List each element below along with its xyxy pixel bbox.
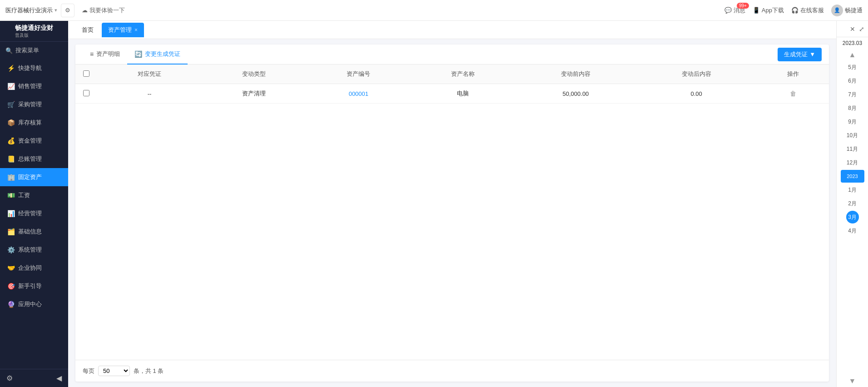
month-6[interactable]: 6月 [841, 74, 864, 87]
scroll-down-arrow[interactable]: ▼ [837, 375, 868, 387]
month-5[interactable]: 5月 [841, 61, 864, 74]
sub-tabs: ≡ 资产明细 🔄 变更生成凭证 生成凭证 ▼ [75, 45, 829, 64]
nav-label: 快捷导航 [18, 64, 42, 72]
month-2023-4[interactable]: 4月 [841, 224, 864, 237]
pagination: 每页 10 20 50 100 条，共 1 条 [75, 360, 829, 382]
company-selector[interactable]: 医疗器械行业演示 ▾ [5, 6, 57, 15]
cooperation-icon: 🤝 [7, 264, 15, 272]
month-12[interactable]: 12月 [841, 156, 864, 169]
sidebar-item-operations[interactable]: 📊 经营管理 [0, 204, 68, 223]
sidebar-item-inventory[interactable]: 📦 库存核算 [0, 114, 68, 132]
table-wrap: 对应凭证 变动类型 资产编号 资产名称 [75, 64, 829, 360]
tab-asset-management[interactable]: 资产管理 × [102, 23, 144, 37]
nav-label: 固定资产 [18, 173, 42, 181]
sales-icon: 📈 [7, 83, 15, 90]
month-list: 5月 6月 7月 8月 9月 10月 11月 12月 2023 1月 2月 3月… [837, 61, 868, 375]
month-9[interactable]: 9月 [841, 115, 864, 128]
user-avatar[interactable]: 👤 畅捷通 [831, 5, 863, 16]
cloud-icon: ☁ [82, 7, 88, 14]
tab-close-button[interactable]: × [134, 27, 138, 33]
nav-label: 企业协同 [18, 264, 42, 272]
customer-service-button[interactable]: 🎧 在线客服 [791, 6, 824, 15]
search-icon: 🔍 [5, 47, 13, 54]
nav-label: 新手引导 [18, 282, 42, 290]
generate-btn-arrow: ▼ [809, 51, 815, 58]
nav-label: 资金管理 [18, 137, 42, 145]
footer-settings-button[interactable]: ⚙ [6, 374, 13, 382]
sidebar-item-payroll[interactable]: 💵 工资 [0, 186, 68, 204]
sidebar-item-system[interactable]: ⚙️ 系统管理 [0, 241, 68, 259]
scroll-up-arrow[interactable]: ▲ [837, 49, 868, 61]
sub-tab1-label: 资产明细 [96, 50, 120, 58]
table-row: -- 资产清理 000001 电脑 50,000.00 0.00 🗑 [75, 84, 829, 104]
data-table: 对应凭证 变动类型 资产编号 资产名称 [75, 64, 829, 104]
close-panel-button[interactable]: ✕ [850, 25, 855, 33]
sidebar-footer: ⚙ ◀ [0, 369, 68, 387]
month-10[interactable]: 10月 [841, 129, 864, 142]
sidebar-item-cooperation[interactable]: 🤝 企业协同 [0, 259, 68, 277]
nav-label: 销售管理 [18, 82, 42, 90]
month-11[interactable]: 11月 [841, 143, 864, 155]
generate-voucher-button[interactable]: 生成凭证 ▼ [778, 48, 822, 61]
sidebar-item-purchase[interactable]: 🛒 采购管理 [0, 95, 68, 114]
sidebar-item-base-info[interactable]: 🗂️ 基础信息 [0, 223, 68, 241]
avatar-icon: 👤 [831, 5, 843, 16]
nav-label: 系统管理 [18, 246, 42, 254]
quick-nav-icon: ⚡ [7, 64, 15, 72]
app-download-button[interactable]: 📱 App下载 [753, 6, 784, 15]
th-change-type: 变动类型 [202, 64, 306, 84]
month-8[interactable]: 8月 [841, 102, 864, 114]
download-icon: 📱 [753, 7, 760, 14]
main-card: ≡ 资产明细 🔄 变更生成凭证 生成凭证 ▼ [75, 45, 829, 382]
month-2023-3[interactable]: 3月 [846, 211, 859, 223]
sidebar-search[interactable]: 🔍 搜索菜单 [0, 42, 68, 59]
ledger-icon: 📒 [7, 155, 15, 163]
sidebar-item-quick-nav[interactable]: ⚡ 快捷导航 [0, 59, 68, 77]
home-tab-label: 首页 [82, 26, 94, 34]
sub-tab-generate-voucher[interactable]: 🔄 变更生成凭证 [127, 45, 188, 64]
row-checkbox[interactable] [83, 90, 89, 96]
experience-label: 我要体验一下 [89, 6, 125, 15]
sidebar-item-app-center[interactable]: 🔮 应用中心 [0, 295, 68, 313]
tab-home[interactable]: 首页 [75, 23, 100, 37]
delete-button[interactable]: 🗑 [790, 90, 796, 97]
nav-label: 总账管理 [18, 155, 42, 163]
sidebar-item-fixed-assets[interactable]: 🏢 固定资产 [0, 168, 68, 186]
messages-button[interactable]: 💬 消息 99+ [724, 6, 745, 15]
th-asset-name: 资产名称 [411, 64, 515, 84]
sidebar-item-sales[interactable]: 📈 销售管理 [0, 77, 68, 95]
select-all-checkbox[interactable] [83, 70, 89, 77]
expand-panel-button[interactable]: ⤢ [859, 25, 864, 33]
right-panel: ✕ ⤢ 2023.03 ▲ 5月 6月 7月 8月 9月 10月 11月 12月… [836, 21, 868, 387]
experience-button[interactable]: ☁ 我要体验一下 [82, 6, 125, 15]
th-voucher: 对应凭证 [97, 64, 202, 84]
month-2023-2[interactable]: 2月 [841, 197, 864, 210]
right-panel-header: ✕ ⤢ [837, 21, 868, 37]
sidebar-item-guide[interactable]: 🎯 新手引导 [0, 277, 68, 295]
footer-collapse-button[interactable]: ◀ [56, 374, 62, 382]
change-icon: 🔄 [134, 50, 142, 58]
nav-label: 基础信息 [18, 228, 42, 236]
generate-btn-label: 生成凭证 [784, 50, 808, 59]
month-2023-1[interactable]: 1月 [841, 184, 864, 196]
app-center-icon: 🔮 [7, 301, 15, 308]
sub-tabs-right: 生成凭证 ▼ [778, 48, 822, 61]
sidebar-item-ledger[interactable]: 📒 总账管理 [0, 150, 68, 168]
sub-tab-asset-detail[interactable]: ≡ 资产明细 [83, 45, 127, 64]
settings-button[interactable]: ⚙ [61, 4, 74, 17]
brand-name: 畅捷通好业财 [15, 24, 53, 32]
row-change-type: 资产清理 [202, 84, 306, 104]
tabs-bar: 首页 资产管理 × [68, 21, 836, 39]
list-icon: ≡ [90, 50, 94, 58]
guide-icon: 🎯 [7, 283, 15, 290]
year-month-label: 2023.03 [837, 37, 868, 49]
company-name: 医疗器械行业演示 [5, 6, 53, 15]
th-after-change: 变动后内容 [636, 64, 757, 84]
row-after-change: 0.00 [636, 84, 757, 104]
sidebar-item-finance[interactable]: 💰 资金管理 [0, 132, 68, 150]
year-2023-label[interactable]: 2023 [841, 170, 864, 183]
main-content: 首页 资产管理 × ≡ 资产明细 🔄 变更生成凭证 [68, 21, 836, 387]
page-size-select[interactable]: 10 20 50 100 [98, 366, 130, 376]
purchase-icon: 🛒 [7, 101, 15, 108]
month-7[interactable]: 7月 [841, 88, 864, 101]
